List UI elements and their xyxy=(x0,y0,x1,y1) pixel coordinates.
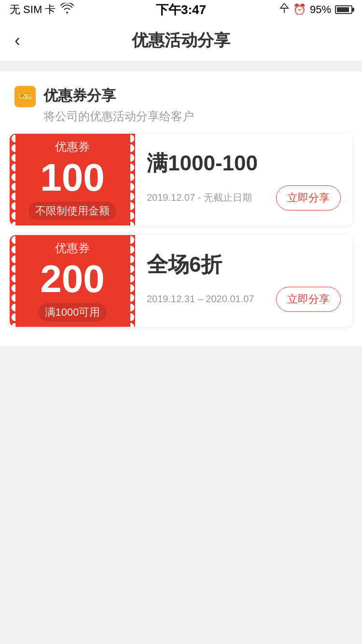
share-button-2[interactable]: 立即分享 xyxy=(276,287,341,312)
alarm-icon: ⏰ xyxy=(293,3,306,16)
status-left: 无 SIM 卡 xyxy=(10,2,74,17)
section-text: 优惠券分享 将公司的优惠活动分享给客户 xyxy=(43,86,194,124)
section-header: 🎫 优惠券分享 将公司的优惠活动分享给客户 xyxy=(0,71,362,134)
coupon-amount-2: 200 xyxy=(40,260,104,298)
coupon-type-2: 优惠券 xyxy=(55,240,90,256)
coupon-amount-1: 100 xyxy=(40,158,104,197)
carrier-text: 无 SIM 卡 xyxy=(10,2,56,17)
coupon-date-1: 2019.12.07 - 无截止日期 xyxy=(147,191,276,204)
share-button-1[interactable]: 立即分享 xyxy=(276,185,341,210)
coupon-date-2: 2019.12.31 – 2020.01.07 xyxy=(147,294,276,305)
battery-icon xyxy=(335,5,352,14)
section-icon: 🎫 xyxy=(14,86,36,107)
coupon-icon-glyph: 🎫 xyxy=(19,90,32,103)
nav-title: 优惠活动分享 xyxy=(132,29,230,52)
coupon-left-2: 优惠券 200 满1000可用 xyxy=(10,235,135,327)
nav-bar: ‹ 优惠活动分享 xyxy=(0,19,362,62)
section-title: 优惠券分享 xyxy=(43,86,194,106)
coupon-name-1: 满1000-100 xyxy=(147,149,341,178)
coupon-left-1: 优惠券 100 不限制使用金额 xyxy=(10,134,135,225)
coupon-list: 优惠券 100 不限制使用金额 满1000-100 2019.12.07 - 无… xyxy=(0,134,362,346)
coupon-right-1: 满1000-100 2019.12.07 - 无截止日期 立即分享 xyxy=(135,134,352,225)
main-content-area xyxy=(0,346,362,636)
top-divider xyxy=(0,62,362,71)
battery-percent: 95% xyxy=(310,3,331,16)
back-button[interactable]: ‹ xyxy=(14,32,20,49)
coupon-name-2: 全场6折 xyxy=(147,251,341,279)
section-subtitle: 将公司的优惠活动分享给客户 xyxy=(43,109,194,124)
status-bar: 无 SIM 卡 下午3:47 ⏰ 95% xyxy=(0,0,362,19)
coupon-type-1: 优惠券 xyxy=(55,139,90,154)
coupon-condition-2: 满1000可用 xyxy=(38,303,107,322)
wifi-icon xyxy=(60,3,74,16)
coupon-date-row-2: 2019.12.31 – 2020.01.07 立即分享 xyxy=(147,287,341,312)
time-display: 下午3:47 xyxy=(156,1,206,18)
status-right: ⏰ 95% xyxy=(279,3,352,16)
location-icon xyxy=(279,3,289,16)
coupon-right-2: 全场6折 2019.12.31 – 2020.01.07 立即分享 xyxy=(135,235,352,327)
coupon-condition-1: 不限制使用金额 xyxy=(28,202,116,220)
coupon-card-2: 优惠券 200 满1000可用 全场6折 2019.12.31 – 2020.0… xyxy=(10,235,352,327)
coupon-card-1: 优惠券 100 不限制使用金额 满1000-100 2019.12.07 - 无… xyxy=(10,134,352,225)
coupon-date-row-1: 2019.12.07 - 无截止日期 立即分享 xyxy=(147,185,341,210)
